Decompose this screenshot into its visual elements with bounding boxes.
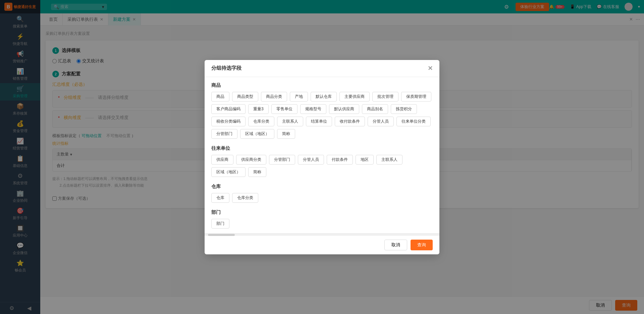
field-tag-区域（地区）[interactable]: 区域（地区）	[211, 167, 246, 177]
field-tag-结算单位[interactable]: 结算单位	[306, 117, 332, 126]
field-group-商品: 商品商品商品类型商品分类产地默认仓库主要供应商批次管理保质期管理客户商品编码重量…	[211, 82, 433, 139]
field-tag-简称[interactable]: 简称	[277, 129, 295, 139]
field-tag-仓库[interactable]: 仓库	[211, 193, 229, 203]
modal-dialog: 分组待选字段 ✕ 商品商品商品类型商品分类产地默认仓库主要供应商批次管理保质期管…	[205, 60, 439, 254]
field-group-仓库: 仓库仓库仓库分类	[211, 184, 433, 203]
modal-header: 分组待选字段 ✕	[205, 60, 439, 77]
modal-title: 分组待选字段	[211, 65, 241, 71]
field-tag-供应商[interactable]: 供应商	[211, 155, 233, 165]
field-tag-付款条件[interactable]: 付款条件	[327, 155, 353, 165]
field-tags-商品: 商品商品类型商品分类产地默认仓库主要供应商批次管理保质期管理客户商品编码重量3零…	[211, 92, 433, 139]
field-group-部门: 部门部门	[211, 209, 433, 229]
field-tag-仓库分类[interactable]: 仓库分类	[248, 117, 274, 126]
modal-confirm-btn[interactable]: 查询	[411, 240, 433, 250]
field-tag-客户商品编码[interactable]: 客户商品编码	[211, 104, 246, 114]
field-tag-拣货积分[interactable]: 拣货积分	[391, 104, 417, 114]
field-tag-仓库分类[interactable]: 仓库分类	[232, 193, 258, 203]
field-tag-区域（地区）[interactable]: 区域（地区）	[240, 129, 274, 139]
field-tag-供应商分类[interactable]: 供应商分类	[236, 155, 266, 165]
field-tag-分管部门[interactable]: 分管部门	[211, 129, 237, 139]
modal-body: 商品商品商品类型商品分类产地默认仓库主要供应商批次管理保质期管理客户商品编码重量…	[205, 77, 439, 233]
field-tag-收付款条件[interactable]: 收付款条件	[335, 117, 365, 126]
modal-hscroll-thumb	[208, 234, 235, 236]
field-tag-主要供应商[interactable]: 主要供应商	[339, 92, 370, 102]
field-tag-分管部门[interactable]: 分管部门	[269, 155, 295, 165]
field-group-title-商品: 商品	[211, 82, 433, 88]
field-tag-规格型号[interactable]: 规格型号	[300, 104, 326, 114]
field-tag-默认仓库[interactable]: 默认仓库	[311, 92, 337, 102]
field-tag-商品别名[interactable]: 商品别名	[362, 104, 388, 114]
field-tags-往来单位: 供应商供应商分类分管部门分管人员付款条件地区主联系人区域（地区）简称	[211, 155, 433, 177]
field-group-title-仓库: 仓库	[211, 184, 433, 190]
field-tags-部门: 部门	[211, 219, 433, 229]
field-tag-主联系人[interactable]: 主联系人	[376, 155, 402, 165]
field-tag-零售单位[interactable]: 零售单位	[271, 104, 298, 114]
field-tag-简称[interactable]: 简称	[248, 167, 266, 177]
field-tag-批次管理[interactable]: 批次管理	[372, 92, 398, 102]
field-tag-分管人员[interactable]: 分管人员	[298, 155, 324, 165]
field-tag-默认供应商[interactable]: 默认供应商	[329, 104, 359, 114]
field-group-title-往来单位: 往来单位	[211, 145, 433, 151]
modal-hscroll[interactable]	[205, 233, 439, 235]
modal-footer: 取消 查询	[205, 235, 439, 254]
modal-overlay[interactable]: 分组待选字段 ✕ 商品商品商品类型商品分类产地默认仓库主要供应商批次管理保质期管…	[0, 0, 644, 314]
field-tag-商品分类[interactable]: 商品分类	[261, 92, 287, 102]
field-tag-分管人员[interactable]: 分管人员	[368, 117, 394, 126]
modal-cancel-btn[interactable]: 取消	[384, 240, 407, 250]
field-tag-税收分类编码[interactable]: 税收分类编码	[211, 117, 246, 126]
field-group-往来单位: 往来单位供应商供应商分类分管部门分管人员付款条件地区主联系人区域（地区）简称	[211, 145, 433, 177]
field-tag-保质期管理[interactable]: 保质期管理	[401, 92, 431, 102]
field-tag-部门[interactable]: 部门	[211, 219, 229, 229]
field-tag-商品[interactable]: 商品	[211, 92, 229, 102]
field-tag-主联系人[interactable]: 主联系人	[277, 117, 303, 126]
field-group-title-部门: 部门	[211, 209, 433, 215]
field-tags-仓库: 仓库仓库分类	[211, 193, 433, 203]
field-tag-商品类型[interactable]: 商品类型	[232, 92, 258, 102]
field-tag-重量3[interactable]: 重量3	[248, 104, 269, 114]
modal-close-btn[interactable]: ✕	[428, 65, 433, 72]
field-tag-往来单位分类[interactable]: 往来单位分类	[396, 117, 431, 126]
field-tag-地区[interactable]: 地区	[356, 155, 374, 165]
field-tag-产地[interactable]: 产地	[290, 92, 308, 102]
